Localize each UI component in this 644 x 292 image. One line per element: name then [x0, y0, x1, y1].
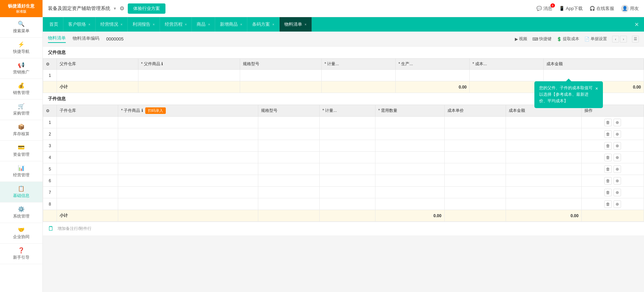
child-row-8-warehouse[interactable]	[57, 198, 118, 210]
child-row-8-unit[interactable]	[320, 198, 375, 210]
child-row-5-copy[interactable]: ⊕	[614, 165, 621, 173]
child-row-1-qty[interactable]	[375, 117, 445, 128]
child-row-7-copy[interactable]: ⊕	[614, 189, 621, 196]
parent-settings-col[interactable]: ⚙	[43, 59, 57, 70]
child-row-5-product[interactable]	[118, 163, 258, 175]
child-row-3-product[interactable]	[118, 140, 258, 152]
child-row-6-cost-amount[interactable]	[506, 175, 582, 187]
sidebar-item-guide[interactable]: ❓ 新手引导	[0, 244, 42, 264]
child-row-7-qty[interactable]	[375, 187, 445, 198]
child-settings-col[interactable]: ⚙	[43, 105, 57, 117]
extract-cost-action[interactable]: 💲 提取成本	[557, 36, 579, 42]
tab-history-close[interactable]: ×	[185, 23, 187, 26]
child-row-5-unit-cost[interactable]	[444, 163, 506, 175]
parent-row-1-produce[interactable]	[396, 70, 470, 81]
tab-operations-close[interactable]: ×	[121, 23, 123, 26]
sub-tab-bom[interactable]: 物料清单	[48, 35, 66, 43]
child-row-6-spec[interactable]	[258, 175, 319, 187]
tooltip-close-button[interactable]: ×	[595, 85, 598, 92]
child-row-5-qty[interactable]	[375, 163, 445, 175]
child-row-5-unit[interactable]	[320, 163, 375, 175]
sidebar-item-basic-info[interactable]: 📋 基础信息	[0, 182, 42, 202]
nav-close-all[interactable]: ✕	[631, 21, 642, 28]
parent-row-1-unit[interactable]	[322, 70, 396, 81]
sidebar-item-purchase[interactable]: 🛒 采购管理	[0, 100, 42, 120]
child-row-1-warehouse[interactable]	[57, 117, 118, 128]
tab-add-goods-close[interactable]: ×	[240, 23, 242, 26]
child-row-2-spec[interactable]	[258, 128, 319, 140]
sidebar-item-search[interactable]: 🔍 搜索菜单	[0, 17, 42, 38]
sidebar-item-management[interactable]: 📊 经营管理	[0, 161, 42, 182]
child-row-7-spec[interactable]	[258, 187, 319, 198]
child-row-6-qty[interactable]	[375, 175, 445, 187]
child-row-1-spec[interactable]	[258, 117, 319, 128]
video-action[interactable]: ▶ 视频	[515, 36, 527, 42]
tab-history[interactable]: 经营历程 ×	[160, 17, 192, 32]
child-row-2-unit[interactable]	[320, 128, 375, 140]
next-button[interactable]: ›	[620, 36, 627, 43]
child-row-6-copy[interactable]: ⊕	[614, 177, 621, 185]
tab-profit-close[interactable]: ×	[153, 23, 155, 26]
child-row-1-product[interactable]	[118, 117, 258, 128]
child-row-3-warehouse[interactable]	[57, 140, 118, 152]
system-dropdown-icon[interactable]: ▾	[114, 6, 116, 11]
child-row-3-qty[interactable]	[375, 140, 445, 152]
sidebar-item-marketing[interactable]: 📢 营销推广	[0, 58, 42, 79]
child-row-2-cost-amount[interactable]	[506, 128, 582, 140]
child-row-4-unit-cost[interactable]	[444, 152, 506, 163]
parent-row-1-cost[interactable]	[470, 70, 544, 81]
child-row-6-product[interactable]	[118, 175, 258, 187]
tab-operations[interactable]: 经营情况 ×	[96, 17, 128, 32]
child-row-8-cost-amount[interactable]	[506, 198, 582, 210]
tab-profit[interactable]: 利润报告 ×	[128, 17, 160, 32]
child-row-1-cost-amount[interactable]	[506, 117, 582, 128]
sidebar-item-cooperation[interactable]: 🤝 企业协同	[0, 223, 42, 244]
child-row-3-unit-cost[interactable]	[444, 140, 506, 152]
child-row-1-unit[interactable]	[320, 117, 375, 128]
sidebar-item-system[interactable]: ⚙️ 系统管理	[0, 202, 42, 223]
user-item[interactable]: 👤 用友	[621, 5, 639, 12]
child-row-4-product[interactable]	[118, 152, 258, 163]
child-row-3-spec[interactable]	[258, 140, 319, 152]
parent-row-1-cost-amount[interactable]	[544, 70, 644, 81]
child-row-6-unit-cost[interactable]	[444, 175, 506, 187]
child-row-7-unit-cost[interactable]	[444, 187, 506, 198]
menu-button[interactable]: ☰	[632, 36, 639, 43]
child-row-1-delete[interactable]: 🗑	[604, 119, 612, 126]
child-row-2-copy[interactable]: ⊕	[614, 130, 621, 138]
parent-row-1-product[interactable]	[138, 70, 240, 81]
trial-button[interactable]: 体验行业方案	[128, 3, 165, 14]
child-row-1-unit-cost[interactable]	[444, 117, 506, 128]
child-row-2-delete[interactable]: 🗑	[604, 130, 612, 138]
parent-row-1-spec[interactable]	[240, 70, 322, 81]
online-service-item[interactable]: 🎧 在线客服	[590, 5, 614, 12]
child-row-8-qty[interactable]	[375, 198, 445, 210]
child-row-5-spec[interactable]	[258, 163, 319, 175]
settings-icon[interactable]: ⚙	[120, 5, 124, 12]
sidebar-item-sales[interactable]: 💰 销售管理	[0, 79, 42, 100]
sidebar-item-finance[interactable]: 💳 资金管理	[0, 141, 42, 161]
child-row-4-copy[interactable]: ⊕	[614, 154, 621, 161]
child-row-3-unit[interactable]	[320, 140, 375, 152]
child-row-4-delete[interactable]: 🗑	[604, 154, 612, 161]
child-row-2-product[interactable]	[118, 128, 258, 140]
tab-goods-close[interactable]: ×	[208, 23, 210, 26]
child-row-8-product[interactable]	[118, 198, 258, 210]
tab-customer[interactable]: 客户联络 ×	[63, 17, 96, 32]
tab-barcode-close[interactable]: ×	[272, 23, 274, 26]
child-row-8-spec[interactable]	[258, 198, 319, 210]
child-row-4-qty[interactable]	[375, 152, 445, 163]
child-row-3-delete[interactable]: 🗑	[604, 142, 612, 150]
child-row-4-spec[interactable]	[258, 152, 319, 163]
child-row-7-cost-amount[interactable]	[506, 187, 582, 198]
tab-home[interactable]: 首页	[45, 17, 63, 32]
child-row-5-delete[interactable]: 🗑	[604, 165, 612, 173]
tab-goods[interactable]: 商品 ×	[192, 17, 215, 32]
tab-bom[interactable]: 物料清单 ×	[280, 17, 312, 32]
single-settings-action[interactable]: 📄 单据设置	[584, 36, 607, 42]
child-row-2-warehouse[interactable]	[57, 128, 118, 140]
child-row-3-cost-amount[interactable]	[506, 140, 582, 152]
child-row-4-unit[interactable]	[320, 152, 375, 163]
child-row-6-unit[interactable]	[320, 175, 375, 187]
child-row-5-warehouse[interactable]	[57, 163, 118, 175]
